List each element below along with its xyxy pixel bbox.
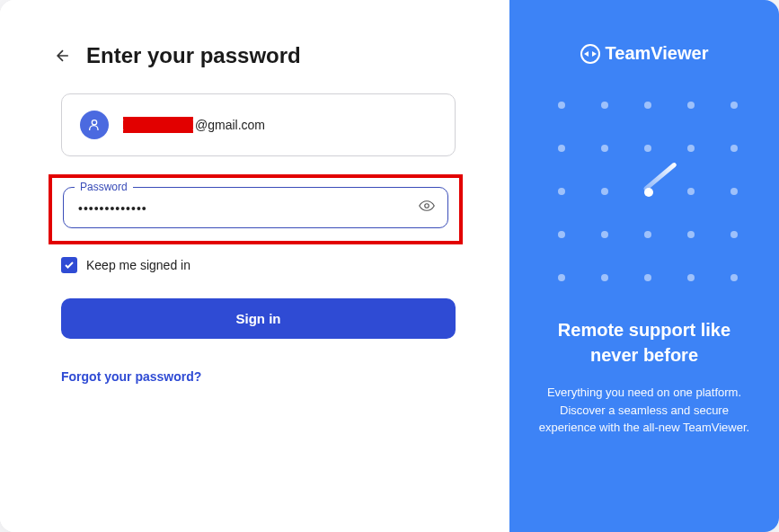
dot — [601, 274, 608, 281]
dot — [644, 274, 651, 281]
dot — [601, 231, 608, 238]
email-redacted — [123, 120, 193, 130]
dot — [730, 274, 738, 281]
svg-point-1 — [425, 204, 429, 208]
password-input[interactable] — [78, 201, 408, 216]
clock-graphic — [536, 80, 752, 296]
dot — [644, 188, 653, 197]
dot — [558, 274, 565, 281]
dot — [730, 188, 738, 195]
right-panel: TeamViewer Remote support like never bef… — [509, 0, 779, 532]
email-domain: @gmail.com — [195, 118, 265, 132]
dot — [730, 145, 738, 152]
dot — [601, 188, 608, 195]
dot — [687, 102, 695, 109]
dot — [687, 188, 695, 195]
account-card[interactable]: @gmail.com — [61, 93, 456, 156]
promo-body: Everything you need on one platform. Dis… — [531, 384, 757, 437]
password-field-wrapper: Password — [63, 187, 448, 228]
forgot-password-link[interactable]: Forgot your password? — [61, 369, 456, 384]
dot — [558, 231, 565, 238]
brand-logo: TeamViewer — [580, 43, 709, 64]
dot — [644, 102, 651, 109]
signin-button[interactable]: Sign in — [61, 298, 456, 339]
dot — [601, 102, 608, 109]
dot — [687, 145, 695, 152]
brand-name: TeamViewer — [606, 43, 709, 64]
dot — [644, 231, 651, 238]
arrow-left-icon — [54, 47, 72, 65]
dot — [644, 145, 651, 152]
keep-signed-in-checkbox[interactable] — [61, 257, 77, 273]
dot — [558, 102, 565, 109]
keep-signed-in-row: Keep me signed in — [61, 257, 456, 273]
dot — [687, 274, 695, 281]
avatar — [80, 111, 109, 139]
user-icon — [87, 118, 102, 132]
dot — [558, 145, 565, 152]
email-row: @gmail.com — [123, 118, 265, 132]
header: Enter your password — [54, 43, 456, 68]
teamviewer-icon — [580, 44, 600, 64]
left-panel: Enter your password @gmail.com Password — [0, 0, 509, 532]
svg-point-0 — [92, 120, 96, 125]
keep-signed-in-label[interactable]: Keep me signed in — [86, 258, 190, 272]
toggle-password-visibility[interactable] — [419, 198, 435, 217]
page-title: Enter your password — [86, 43, 301, 68]
dot — [558, 188, 565, 195]
dot — [730, 231, 738, 238]
dot — [687, 231, 695, 238]
promo-title: Remote support like never before — [531, 317, 757, 368]
password-label: Password — [75, 181, 133, 193]
back-button[interactable] — [54, 47, 72, 65]
eye-icon — [419, 198, 435, 214]
signin-container: Enter your password @gmail.com Password — [0, 0, 779, 532]
highlight-annotation: Password — [49, 174, 463, 244]
dot — [730, 102, 738, 109]
checkmark-icon — [64, 260, 75, 270]
dot — [601, 145, 608, 152]
